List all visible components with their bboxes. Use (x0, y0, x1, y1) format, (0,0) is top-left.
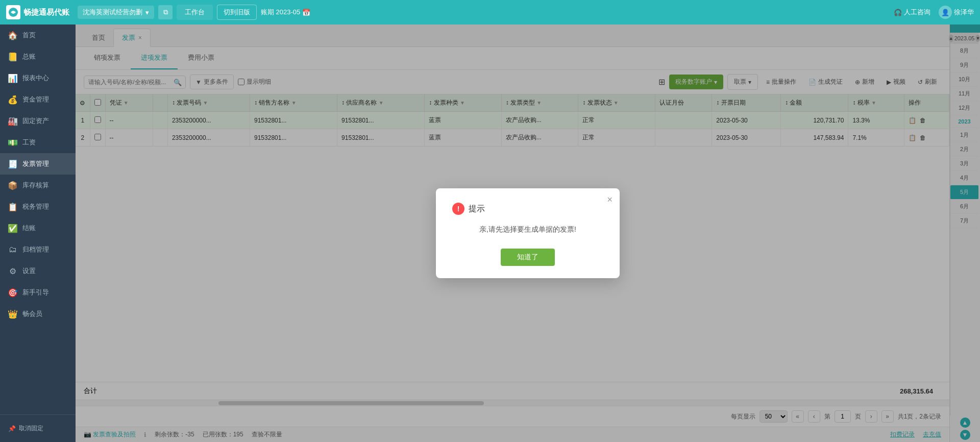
guide-icon: 🎯 (8, 288, 17, 297)
period-label: 账期 2023-05 📅 (261, 8, 310, 17)
sidebar: 🏠 首页 📒 总账 📊 报表中心 💰 资金管理 🏭 固定资产 💵 工资 (0, 24, 76, 442)
sidebar-item-funds[interactable]: 💰 资金管理 (0, 89, 76, 110)
sidebar-item-close[interactable]: ✅ 结账 (0, 217, 76, 239)
tax-icon: 📋 (8, 202, 17, 211)
sidebar-item-archive[interactable]: 🗂 归档管理 (0, 239, 76, 260)
sidebar-item-reports[interactable]: 📊 报表中心 (0, 67, 76, 89)
settings-icon: ⚙ (8, 266, 17, 276)
close-account-icon: ✅ (8, 224, 17, 233)
sidebar-label-home: 首页 (22, 31, 36, 40)
sidebar-label-salary: 工资 (22, 138, 36, 147)
chevron-down-icon: ▾ (145, 9, 149, 16)
home-icon: 🏠 (8, 31, 17, 40)
company-selector[interactable]: 沈海英测试经营勿删 ▾ (78, 6, 154, 19)
salary-icon: 💵 (8, 138, 17, 147)
sidebar-item-settings[interactable]: ⚙ 设置 (0, 260, 76, 282)
sidebar-label-ledger: 总账 (22, 52, 36, 61)
modal-ok-button[interactable]: 知道了 (501, 249, 555, 266)
sidebar-label-funds: 资金管理 (22, 95, 49, 104)
person-icon: 👤 (941, 9, 949, 16)
sidebar-item-assets[interactable]: 🏭 固定资产 (0, 110, 76, 132)
headset-icon: 🎧 (894, 9, 902, 16)
switch-version-button[interactable]: 切到旧版 (217, 5, 257, 20)
sidebar-label-settings: 设置 (22, 266, 36, 276)
sidebar-label-invoice: 发票管理 (22, 159, 49, 168)
app-title: 畅捷通易代账 (23, 8, 69, 17)
copy-button[interactable]: ⧉ (158, 5, 173, 19)
sidebar-item-salary[interactable]: 💵 工资 (0, 132, 76, 153)
sidebar-label-assets: 固定资产 (22, 116, 49, 126)
sidebar-item-guide[interactable]: 🎯 新手引导 (0, 282, 76, 303)
modal-footer: 知道了 (452, 249, 603, 266)
sidebar-label-archive: 归档管理 (22, 245, 49, 254)
help-button[interactable]: 🎧 人工咨询 (894, 8, 930, 17)
sidebar-item-inventory[interactable]: 📦 库存核算 (0, 175, 76, 196)
pin-icon: 📌 (8, 425, 16, 432)
modal-box: × ! 提示 亲,请先选择要生成单据的发票! 知道了 (436, 188, 620, 278)
sidebar-label-close: 结账 (22, 224, 36, 233)
member-icon: 👑 (8, 309, 17, 318)
invoice-icon: 🧾 (8, 159, 17, 168)
modal-title: ! 提示 (452, 203, 603, 215)
sidebar-item-ledger[interactable]: 📒 总账 (0, 46, 76, 67)
modal-overlay: × ! 提示 亲,请先选择要生成单据的发票! 知道了 (76, 24, 980, 442)
sidebar-item-invoice[interactable]: 🧾 发票管理 (0, 153, 76, 175)
warning-icon: ! (452, 203, 464, 215)
calendar-icon[interactable]: 📅 (302, 9, 310, 16)
modal-close-button[interactable]: × (607, 194, 612, 205)
top-bar: 畅捷通易代账 沈海英测试经营勿删 ▾ ⧉ 工作台 切到旧版 账期 2023-05… (0, 0, 980, 24)
top-right: 🎧 人工咨询 👤 徐泽华 (894, 6, 974, 19)
user-info[interactable]: 👤 徐泽华 (939, 6, 974, 19)
main-area: 🏠 首页 📒 总账 📊 报表中心 💰 资金管理 🏭 固定资产 💵 工资 (0, 24, 980, 442)
sidebar-label-reports: 报表中心 (22, 73, 49, 83)
sidebar-label-guide: 新手引导 (22, 288, 49, 297)
sidebar-label-inventory: 库存核算 (22, 181, 49, 190)
archive-icon: 🗂 (8, 245, 17, 254)
funds-icon: 💰 (8, 95, 17, 104)
assets-icon: 🏭 (8, 116, 17, 126)
sidebar-label-member: 畅会员 (22, 309, 42, 318)
company-name: 沈海英测试经营勿删 (83, 8, 142, 17)
user-avatar: 👤 (939, 6, 952, 19)
user-name: 徐泽华 (954, 8, 974, 17)
app-container: 畅捷通易代账 沈海英测试经营勿删 ▾ ⧉ 工作台 切到旧版 账期 2023-05… (0, 0, 980, 442)
ledger-icon: 📒 (8, 52, 17, 61)
sidebar-item-member[interactable]: 👑 畅会员 (0, 303, 76, 325)
sidebar-item-tax[interactable]: 📋 税务管理 (0, 196, 76, 217)
cancel-fixed-button[interactable]: 📌 取消固定 (0, 420, 76, 437)
sidebar-item-home[interactable]: 🏠 首页 (0, 24, 76, 46)
inventory-icon: 📦 (8, 181, 17, 190)
app-logo: 畅捷通易代账 (6, 5, 69, 19)
sidebar-bottom: 📌 取消固定 (0, 414, 76, 442)
sidebar-label-tax: 税务管理 (22, 202, 49, 211)
copy-icon: ⧉ (163, 8, 168, 16)
logo-icon (6, 5, 20, 19)
workspace-button[interactable]: 工作台 (177, 5, 213, 20)
modal-message: 亲,请先选择要生成单据的发票! (452, 225, 603, 234)
reports-icon: 📊 (8, 73, 17, 83)
